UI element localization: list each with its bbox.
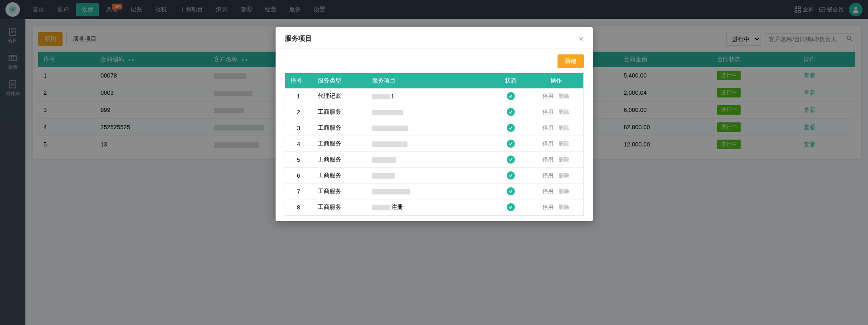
modal-cell-type: 工商服务	[312, 168, 367, 184]
modal-body: 新建 序号 服务类型 服务项目 状态 操作 1 代理记账 1	[276, 49, 593, 221]
modal-cell-actions: 停用 删除	[529, 199, 583, 215]
modal-cell-actions: 停用 删除	[529, 104, 583, 120]
modal-table-row: 5 工商服务 停用 删除	[285, 152, 583, 168]
modal-cell-type: 工商服务	[312, 152, 367, 168]
modal-cell-item	[367, 104, 493, 120]
modal-cell-seq: 4	[285, 136, 312, 152]
modal-overlay[interactable]: 服务项目 × 新建 序号 服务类型 服务项目 状态 操作	[0, 0, 868, 325]
modal-cell-actions: 停用 删除	[529, 120, 583, 136]
modal-cell-actions: 停用 删除	[529, 184, 583, 199]
modal-cell-status	[493, 152, 529, 168]
modal-cell-status	[493, 120, 529, 136]
delete-button[interactable]: 删除	[558, 93, 569, 99]
modal-cell-item	[367, 120, 493, 136]
delete-button[interactable]: 删除	[558, 141, 569, 147]
modal-col-item: 服务项目	[367, 73, 493, 88]
modal-table: 序号 服务类型 服务项目 状态 操作 1 代理记账 1 停用 删除	[285, 73, 583, 215]
modal-cell-type: 工商服务	[312, 104, 367, 120]
modal-cell-seq: 5	[285, 152, 312, 168]
delete-button[interactable]: 删除	[558, 109, 569, 115]
modal-cell-item: 注册	[367, 199, 493, 215]
modal-cell-item	[367, 168, 493, 184]
stop-button[interactable]: 停用	[543, 125, 553, 131]
modal-toolbar: 新建	[285, 54, 584, 68]
stop-button[interactable]: 停用	[543, 141, 553, 147]
status-icon	[507, 171, 515, 179]
modal-cell-item: 1	[367, 88, 493, 104]
modal-cell-status	[493, 199, 529, 215]
modal-table-row: 3 工商服务 停用 删除	[285, 120, 583, 136]
modal-col-action: 操作	[529, 73, 583, 88]
stop-button[interactable]: 停用	[543, 172, 553, 179]
status-icon	[507, 108, 515, 116]
modal-cell-type: 工商服务	[312, 184, 367, 199]
stop-button[interactable]: 停用	[543, 156, 553, 163]
modal-col-status: 状态	[493, 73, 529, 88]
modal-cell-item	[367, 152, 493, 168]
service-modal: 服务项目 × 新建 序号 服务类型 服务项目 状态 操作	[276, 27, 593, 221]
modal-cell-status	[493, 88, 529, 104]
modal-cell-status	[493, 184, 529, 199]
modal-cell-seq: 7	[285, 184, 312, 199]
modal-cell-seq: 1	[285, 88, 312, 104]
stop-button[interactable]: 停用	[543, 188, 553, 194]
modal-col-seq: 序号	[285, 73, 312, 88]
modal-table-row: 7 工商服务 停用 删除	[285, 184, 583, 199]
modal-cell-actions: 停用 删除	[529, 168, 583, 184]
stop-button[interactable]: 停用	[543, 93, 553, 99]
modal-table-wrap[interactable]: 序号 服务类型 服务项目 状态 操作 1 代理记账 1 停用 删除	[285, 73, 584, 216]
modal-cell-seq: 2	[285, 104, 312, 120]
modal-close-button[interactable]: ×	[579, 35, 584, 43]
modal-new-button[interactable]: 新建	[558, 54, 584, 68]
status-icon	[507, 92, 515, 100]
status-icon	[507, 187, 515, 195]
status-icon	[507, 203, 515, 211]
modal-cell-type: 代理记账	[312, 88, 367, 104]
modal-cell-item	[367, 184, 493, 199]
modal-cell-seq: 3	[285, 120, 312, 136]
modal-cell-item	[367, 136, 493, 152]
modal-cell-seq: 8	[285, 199, 312, 215]
modal-cell-type: 工商服务	[312, 199, 367, 215]
modal-table-row: 4 工商服务 停用 删除	[285, 136, 583, 152]
delete-button[interactable]: 删除	[558, 156, 569, 163]
delete-button[interactable]: 删除	[558, 188, 569, 194]
modal-table-row: 1 代理记账 1 停用 删除	[285, 88, 583, 104]
modal-cell-type: 工商服务	[312, 136, 367, 152]
modal-cell-status	[493, 104, 529, 120]
modal-title: 服务项目	[285, 34, 312, 43]
modal-cell-seq: 6	[285, 168, 312, 184]
modal-cell-status	[493, 168, 529, 184]
status-icon	[507, 140, 515, 148]
modal-cell-status	[493, 136, 529, 152]
modal-cell-actions: 停用 删除	[529, 152, 583, 168]
modal-col-type: 服务类型	[312, 73, 367, 88]
stop-button[interactable]: 停用	[543, 109, 553, 115]
modal-table-row: 6 工商服务 停用 删除	[285, 168, 583, 184]
modal-cell-actions: 停用 删除	[529, 136, 583, 152]
delete-button[interactable]: 删除	[558, 172, 569, 179]
modal-table-row: 8 工商服务 注册 停用 删除	[285, 199, 583, 215]
modal-cell-actions: 停用 删除	[529, 88, 583, 104]
delete-button[interactable]: 删除	[558, 204, 569, 210]
delete-button[interactable]: 删除	[558, 125, 569, 131]
modal-table-row: 2 工商服务 停用 删除	[285, 104, 583, 120]
modal-header: 服务项目 ×	[276, 27, 593, 49]
modal-cell-type: 工商服务	[312, 120, 367, 136]
stop-button[interactable]: 停用	[543, 204, 553, 210]
status-icon	[507, 124, 515, 132]
status-icon	[507, 155, 515, 164]
